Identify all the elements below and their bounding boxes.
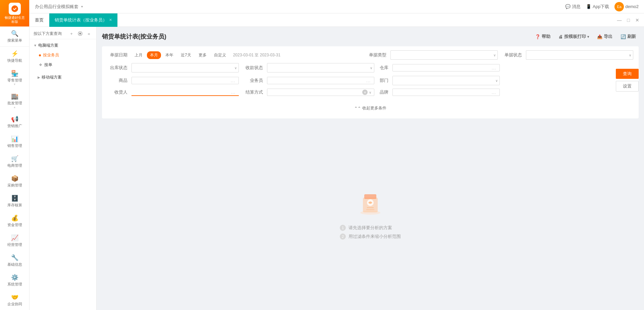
filter-row-1: 单据日期 上月 本月 本年 近7天 更多 自定义 2023-03-01 至 20…: [107, 50, 633, 60]
sidebar-marketing-label: 营销推广: [7, 123, 22, 128]
doc-type-select-wrap: ∨: [390, 50, 498, 60]
sidebar-item-finance[interactable]: 💰 资金管理: [0, 211, 29, 231]
sidebar-item-ecommerce[interactable]: 🛒 电商管理: [0, 152, 29, 171]
retail-icon: 🏪: [11, 70, 18, 77]
left-panel-title: 按以下方案查询: [34, 31, 62, 37]
doc-status-label: 单据状态: [502, 52, 522, 58]
filter-row-4: 收货人 … 结算方式 ✕ ∨ 品牌 …: [107, 89, 633, 96]
collection-status-select[interactable]: [267, 63, 374, 72]
collapse-panel-btn[interactable]: «: [86, 30, 92, 37]
operations-icon: 📈: [11, 234, 18, 242]
add-scheme-btn[interactable]: +: [68, 30, 75, 37]
wholesale-icon: 🏬: [11, 93, 18, 100]
brand-input-wrap: …: [392, 89, 500, 96]
breadcrumb-dropdown[interactable]: ▾: [81, 5, 83, 8]
sidebar-item-enterprise[interactable]: 🤝 企业协同: [0, 290, 29, 310]
empty-tip-2: 2 用过滤条件来缩小分析范围: [340, 234, 401, 240]
help-btn[interactable]: ❓ 帮助: [532, 32, 553, 41]
scheme-item-by-doc[interactable]: ❖ 按单: [30, 60, 96, 70]
doc-type-select[interactable]: [390, 50, 498, 60]
app-download-btn[interactable]: 📱 App下载: [586, 4, 609, 10]
sidebar-item-marketing[interactable]: 📢 营销推广: [0, 112, 29, 132]
settlement-clear-btn[interactable]: ✕: [362, 90, 368, 95]
scheme-group-pc-header[interactable]: ▼ 电脑端方案: [30, 41, 96, 50]
tab-close-btn[interactable]: ✕: [109, 18, 112, 22]
goods-input-wrap: …: [131, 77, 239, 84]
logo-icon: [9, 3, 21, 15]
department-select[interactable]: [392, 76, 500, 85]
tab-minimize-btn[interactable]: —: [615, 16, 624, 24]
svg-point-2: [79, 33, 81, 35]
date-tab-this-year[interactable]: 本年: [162, 51, 176, 59]
settings-btn[interactable]: 设置: [616, 81, 639, 92]
refresh-btn[interactable]: 🔄 刷新: [618, 32, 639, 41]
date-range-text: 2023-03-01 至 2023-03-31: [233, 52, 280, 58]
warehouse-dots[interactable]: …: [491, 65, 497, 70]
sidebar-inventory-label: 库存核算: [7, 203, 22, 208]
message-btn[interactable]: 💬 消息: [565, 4, 581, 10]
sidebar-item-system[interactable]: ⚙️ 系统管理: [0, 270, 29, 290]
sidebar-item-operations[interactable]: 📈 经营管理: [0, 231, 29, 251]
collapse-label: 收起更多条件: [362, 105, 386, 111]
sidebar-item-quicknav[interactable]: ⚡ 快捷导航: [0, 47, 29, 66]
marketing-icon: 📢: [11, 115, 18, 123]
tip-num-1: 1: [340, 225, 346, 231]
app-download-icon: 📱: [586, 4, 591, 9]
ecommerce-icon: 🛒: [11, 155, 18, 162]
print-btn[interactable]: 🖨 按模板打印 ▾: [556, 32, 592, 41]
edit-scheme-btn[interactable]: [77, 30, 84, 37]
empty-tip-1: 1 请先选择要分析的方案: [340, 225, 401, 231]
finance-icon: 💰: [11, 214, 18, 222]
tab-sales-stats[interactable]: 销货单统计表（按业务员） ✕: [49, 13, 118, 27]
sidebar-item-sales[interactable]: 📊 销售管理: [0, 132, 29, 152]
settlement-label: 结算方式: [243, 89, 263, 95]
inventory-icon: 🗄️: [11, 195, 18, 202]
tip-text-1: 请先选择要分析的方案: [348, 225, 392, 231]
collection-status-select-wrap: ∨: [267, 63, 374, 72]
query-btn[interactable]: 查询: [616, 69, 639, 79]
doc-status-select[interactable]: [526, 50, 633, 60]
sidebar-ecommerce-label: 电商管理: [7, 163, 22, 168]
breadcrumb-text: 办公用品行业模拟账套: [35, 4, 78, 10]
sidebar-item-wholesale[interactable]: 🏬 批发管理 ▲: [0, 89, 29, 112]
out-status-select[interactable]: [131, 63, 239, 72]
scheme-group-pc: ▼ 电脑端方案 按业务员 ❖ 按单: [30, 39, 96, 71]
brand-dots[interactable]: …: [491, 90, 497, 95]
goods-label: 商品: [107, 78, 127, 84]
filter-area: 单据日期 上月 本月 本年 近7天 更多 自定义 2023-03-01 至 20…: [102, 46, 639, 118]
tab-close-all-btn[interactable]: ✕: [633, 16, 641, 24]
active-dot: [39, 54, 41, 56]
date-tab-7days[interactable]: 近7天: [178, 51, 194, 59]
user-menu[interactable]: Ea demo2: [614, 2, 639, 11]
tab-maximize-btn[interactable]: □: [625, 16, 632, 24]
receiver-dots[interactable]: …: [230, 89, 236, 95]
sidebar-item-basics[interactable]: 🔧 基础信息: [0, 251, 29, 270]
collapse-row: ⌃⌃ 收起更多条件: [107, 99, 633, 114]
out-status-select-wrap: ∨: [131, 63, 239, 72]
export-btn[interactable]: 📤 导出: [594, 32, 615, 41]
header-left: 办公用品行业模拟账套 ▾: [35, 4, 83, 10]
goods-dots[interactable]: …: [230, 78, 236, 83]
sidebar-item-retail[interactable]: 🏪 零售管理 ▼: [0, 66, 29, 89]
quicknav-icon: ⚡: [11, 50, 18, 57]
sidebar-logo[interactable]: 畅捷通好生意 标版: [0, 0, 29, 27]
scheme-item-by-salesman[interactable]: 按业务员: [30, 50, 96, 60]
date-tab-custom[interactable]: 自定义: [211, 51, 229, 59]
sidebar-wholesale-label: 批发管理: [7, 101, 22, 106]
collapse-conditions-btn[interactable]: ⌃⌃ 收起更多条件: [352, 103, 388, 113]
scheme-group-mobile-header[interactable]: ▶ 移动端方案: [30, 72, 96, 82]
content-area: 按以下方案查询 + « ▼ 电脑端方案 按业务员: [30, 27, 644, 310]
sidebar-item-purchase[interactable]: 📦 采购管理: [0, 171, 29, 191]
tab-home[interactable]: 首页: [30, 13, 49, 27]
left-panel-actions: + «: [68, 30, 92, 37]
sales-icon: 📊: [11, 135, 18, 143]
sidebar-item-inventory[interactable]: 🗄️ 库存核算: [0, 191, 29, 211]
date-tab-more[interactable]: 更多: [196, 51, 210, 59]
date-tab-this-month[interactable]: 本月: [147, 51, 161, 59]
date-tab-last-month[interactable]: 上月: [131, 51, 146, 59]
page-title-row: 销货单统计表(按业务员) ❓ 帮助 🖨 按模板打印 ▾ 📤 导出: [102, 32, 639, 41]
header-right: 💬 消息 📱 App下载 Ea demo2: [565, 2, 639, 11]
sidebar-item-search[interactable]: 🔍 搜索菜单: [0, 27, 29, 47]
out-status-label: 出库状态: [107, 65, 127, 71]
salesman-dots[interactable]: …: [365, 78, 371, 83]
